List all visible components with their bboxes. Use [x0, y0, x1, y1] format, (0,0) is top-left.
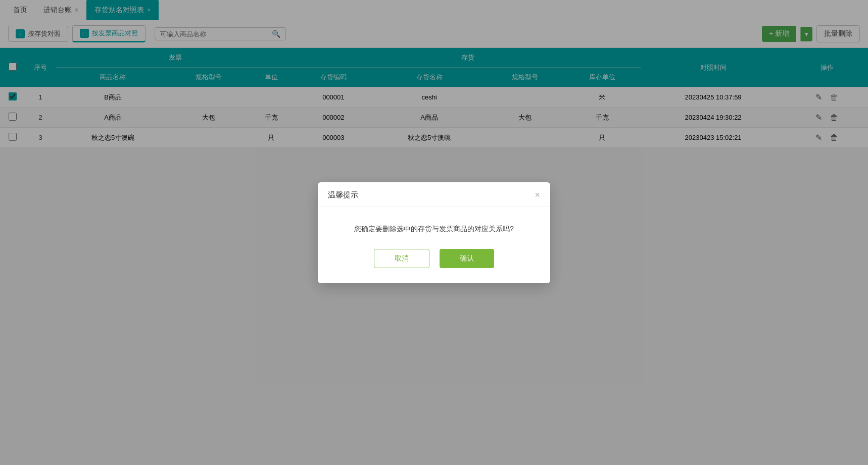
overlay: 温馨提示 × 您确定要删除选中的存货与发票商品的对应关系吗? 取消 确认	[0, 0, 868, 148]
